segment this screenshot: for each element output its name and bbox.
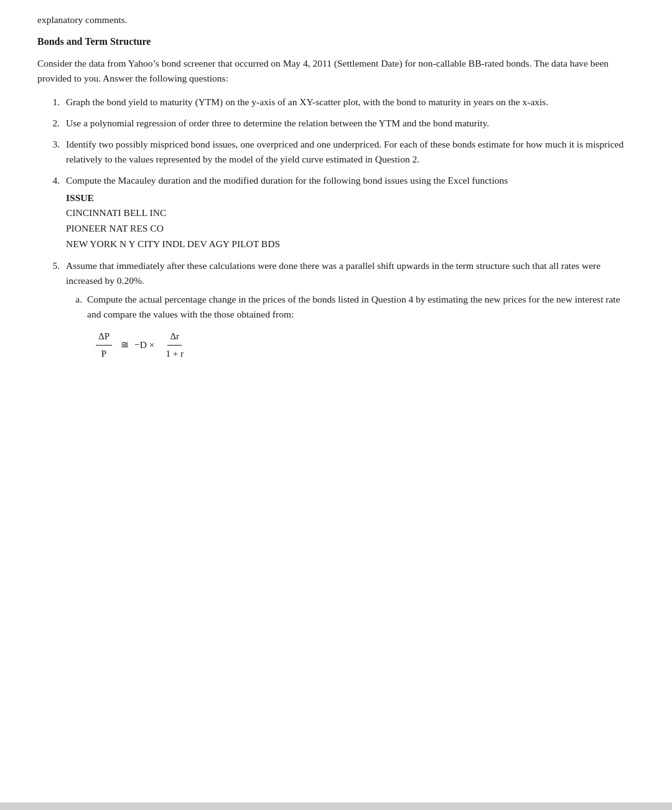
list-item-4: Compute the Macauley duration and the mo… <box>62 173 635 252</box>
rhs-denominator: 1 + r <box>164 346 186 361</box>
sub-item-5a-text: Compute the actual percentage change in … <box>87 294 620 319</box>
list-item-5-text: Assume that immediately after these calc… <box>66 260 600 286</box>
sub-item-5a: Compute the actual percentage change in … <box>85 292 635 362</box>
list-item-2-text: Use a polynomial regression of order thr… <box>66 118 489 128</box>
sub-list-5: Compute the actual percentage change in … <box>85 292 635 362</box>
list-item-4-text: Compute the Macauley duration and the mo… <box>66 175 508 186</box>
issue-pioneer: PIONEER NAT RES CO <box>66 221 635 237</box>
questions-list: Graph the bond yield to maturity (YTM) o… <box>62 95 635 361</box>
page-container: explanatory comments. Bonds and Term Str… <box>0 0 672 810</box>
list-item-1-text: Graph the bond yield to maturity (YTM) o… <box>66 97 548 107</box>
formula-block: ΔP P ≅ −D × Δr 1 + r <box>93 329 635 362</box>
list-item-2: Use a polynomial regression of order thr… <box>62 116 635 131</box>
section-heading: Bonds and Term Structure <box>37 36 635 47</box>
list-item-3-text: Identify two possibly mispriced bond iss… <box>66 139 623 164</box>
lhs-fraction: ΔP P <box>96 329 112 362</box>
rhs-numerator: Δr <box>167 329 182 346</box>
issue-newyork: NEW YORK N Y CITY INDL DEV AGY PILOT BDS <box>66 237 635 252</box>
list-item-5: Assume that immediately after these calc… <box>62 258 635 362</box>
neg-d-term: −D × <box>134 337 155 352</box>
intro-paragraph: Consider the data from Yahoo’s bond scre… <box>37 56 635 86</box>
cutoff-text: explanatory comments. <box>37 12 635 27</box>
lhs-denominator: P <box>99 346 109 361</box>
lhs-numerator: ΔP <box>96 329 112 346</box>
list-item-1: Graph the bond yield to maturity (YTM) o… <box>62 95 635 110</box>
issue-cincinnati: CINCINNATI BELL INC <box>66 205 635 221</box>
issue-block: ISSUE CINCINNATI BELL INC PIONEER NAT RE… <box>66 191 635 252</box>
approx-equal-sign: ≅ <box>121 337 128 353</box>
issue-label: ISSUE <box>66 191 635 205</box>
bottom-bar <box>0 803 672 810</box>
rhs-fraction: Δr 1 + r <box>164 329 186 362</box>
list-item-3: Identify two possibly mispriced bond iss… <box>62 137 635 167</box>
